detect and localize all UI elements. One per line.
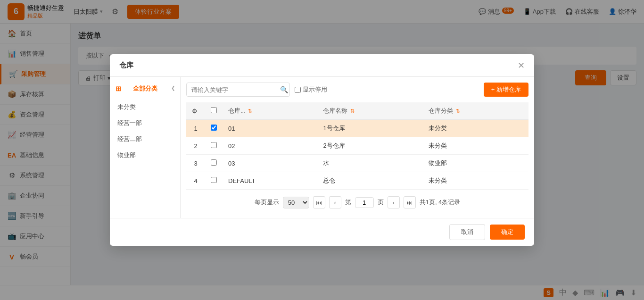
row-select-checkbox[interactable] bbox=[211, 177, 217, 183]
last-page-button[interactable]: ⏭ bbox=[404, 196, 416, 208]
table-row[interactable]: 4 DEFAULT 总仓 未分类 bbox=[186, 172, 528, 190]
category-item-property[interactable]: 物业部 bbox=[110, 147, 180, 163]
row-checkbox-cell bbox=[205, 137, 223, 155]
col-checkbox bbox=[205, 102, 223, 120]
row-code: 03 bbox=[223, 155, 317, 172]
sort-category-icon: ⇅ bbox=[456, 108, 460, 114]
row-category: 物业部 bbox=[423, 155, 528, 172]
show-disabled-text: 显示停用 bbox=[303, 85, 327, 94]
table-container: ⚙ 仓库... ⇅ 仓库名称 ⇅ bbox=[186, 102, 528, 190]
pagination: 每页显示 50 100 ⏮ ‹ 第 页 › ⏭ 共1页, 4条记录 bbox=[186, 190, 528, 212]
modal-main-panel: 🔍 显示停用 + 新增仓库 ⚙ bbox=[181, 77, 534, 218]
table-header-row: ⚙ 仓库... ⇅ 仓库名称 ⇅ bbox=[186, 102, 528, 120]
row-name: 1号仓库 bbox=[317, 120, 423, 137]
total-record-label: 共1页, 4条记录 bbox=[420, 198, 461, 207]
col-category: 仓库分类 ⇅ bbox=[423, 102, 528, 120]
row-select-checkbox[interactable] bbox=[211, 159, 217, 166]
search-input[interactable] bbox=[187, 83, 275, 96]
page-section-label: 第 bbox=[345, 198, 351, 207]
row-select-checkbox[interactable] bbox=[211, 142, 217, 148]
prev-page-button[interactable]: ‹ bbox=[329, 196, 341, 208]
row-category: 未分类 bbox=[423, 120, 528, 137]
confirm-button[interactable]: 确定 bbox=[490, 225, 525, 240]
row-category: 未分类 bbox=[423, 172, 528, 190]
modal-overlay: 仓库 ✕ ⊞ 全部分类 《 未分类 经营一部 经营二部 物业部 bbox=[0, 0, 644, 300]
modal-close-button[interactable]: ✕ bbox=[518, 61, 525, 70]
modal-toolbar: 🔍 显示停用 + 新增仓库 bbox=[186, 83, 528, 97]
next-page-button[interactable]: › bbox=[388, 196, 400, 208]
row-checkbox-cell bbox=[205, 172, 223, 190]
collapse-category-button[interactable]: 《 bbox=[169, 85, 174, 93]
search-button[interactable]: 🔍 bbox=[275, 83, 290, 96]
page-label: 页 bbox=[378, 198, 384, 207]
col-name: 仓库名称 ⇅ bbox=[317, 102, 423, 120]
page-size-label: 每页显示 bbox=[255, 198, 279, 207]
row-select-checkbox[interactable] bbox=[211, 125, 217, 131]
category-item-dept1[interactable]: 经营一部 bbox=[110, 115, 180, 131]
row-code: 02 bbox=[223, 137, 317, 155]
category-sidebar: ⊞ 全部分类 《 未分类 经营一部 经营二部 物业部 bbox=[110, 77, 181, 218]
table-row[interactable]: 1 01 1号仓库 未分类 bbox=[186, 120, 528, 137]
row-num: 3 bbox=[186, 155, 205, 172]
row-num: 4 bbox=[186, 172, 205, 190]
modal-header: 仓库 ✕ bbox=[110, 54, 534, 77]
page-size-select[interactable]: 50 100 bbox=[283, 197, 309, 208]
search-box: 🔍 bbox=[186, 83, 290, 97]
row-checkbox-cell bbox=[205, 155, 223, 172]
table-row[interactable]: 2 02 2号仓库 未分类 bbox=[186, 137, 528, 155]
row-name: 水 bbox=[317, 155, 423, 172]
modal-title: 仓库 bbox=[119, 61, 133, 70]
row-num: 1 bbox=[186, 120, 205, 137]
add-warehouse-button[interactable]: + 新增仓库 bbox=[484, 83, 528, 97]
category-item-dept2[interactable]: 经营二部 bbox=[110, 131, 180, 147]
select-all-checkbox[interactable] bbox=[211, 107, 217, 113]
col-code: 仓库... ⇅ bbox=[223, 102, 317, 120]
category-header: ⊞ 全部分类 《 bbox=[110, 82, 180, 96]
modal-footer: 取消 确定 bbox=[110, 218, 534, 246]
row-checkbox-cell bbox=[205, 120, 223, 137]
col-settings: ⚙ bbox=[186, 102, 205, 120]
page-number-input[interactable] bbox=[355, 197, 374, 208]
row-name: 2号仓库 bbox=[317, 137, 423, 155]
sort-code-icon: ⇅ bbox=[248, 108, 252, 114]
show-disabled-label[interactable]: 显示停用 bbox=[295, 85, 327, 94]
row-category: 未分类 bbox=[423, 137, 528, 155]
first-page-button[interactable]: ⏮ bbox=[313, 196, 325, 208]
row-code: DEFAULT bbox=[223, 172, 317, 190]
show-disabled-checkbox[interactable] bbox=[295, 87, 301, 93]
modal-body: ⊞ 全部分类 《 未分类 经营一部 经营二部 物业部 🔍 bbox=[110, 77, 534, 218]
warehouse-modal: 仓库 ✕ ⊞ 全部分类 《 未分类 经营一部 经营二部 物业部 bbox=[110, 54, 534, 246]
category-grid-icon: ⊞ bbox=[116, 85, 121, 92]
table-row[interactable]: 3 03 水 物业部 bbox=[186, 155, 528, 172]
row-name: 总仓 bbox=[317, 172, 423, 190]
cancel-button[interactable]: 取消 bbox=[449, 224, 485, 240]
row-code: 01 bbox=[223, 120, 317, 137]
category-item-unclassified[interactable]: 未分类 bbox=[110, 99, 180, 115]
category-header-label: 全部分类 bbox=[133, 84, 157, 93]
row-num: 2 bbox=[186, 137, 205, 155]
sort-name-icon: ⇅ bbox=[350, 108, 355, 114]
warehouse-table: ⚙ 仓库... ⇅ 仓库名称 ⇅ bbox=[186, 102, 528, 190]
